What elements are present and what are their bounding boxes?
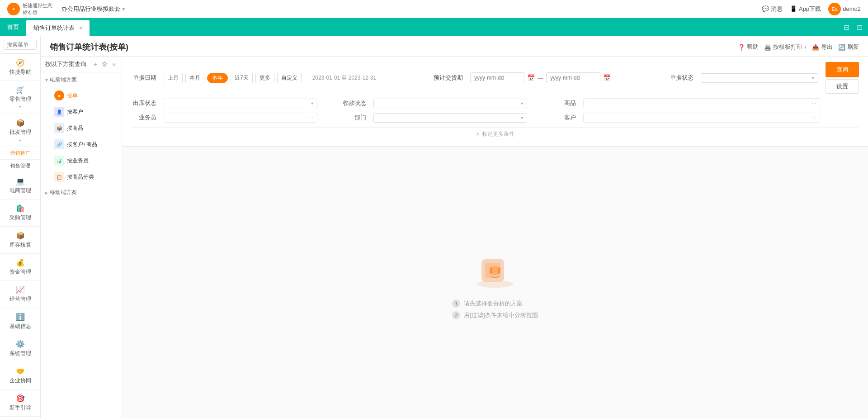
tab-close-icon[interactable]: × xyxy=(79,25,82,31)
tab-bar-right: ⊟ ⊡ xyxy=(842,21,868,33)
sidebar-item-business[interactable]: 📈 经营管理 xyxy=(0,281,40,308)
dept-chevron-icon: ▾ xyxy=(521,115,523,120)
collapse-bar[interactable]: ∧ 收起更多条件 xyxy=(131,127,859,141)
payment-select[interactable]: ▾ xyxy=(373,99,527,108)
tab-home[interactable]: 首页 xyxy=(0,18,26,36)
sidebar-item-retail[interactable]: 🛒 零售管理 ▾ xyxy=(0,81,40,114)
filter-row-1: 单据日期 上月 本月 本年 近7天 更多 自定义 2023-01-01 至 20… xyxy=(131,62,859,94)
expected-date-end-input[interactable] xyxy=(546,72,600,83)
by-customer-icon: 👤 xyxy=(54,107,64,117)
tab-sales-stat[interactable]: 销售订单统计表 × xyxy=(26,20,90,36)
logo-text: 畅捷通好生意 标准版 xyxy=(23,2,52,15)
svg-rect-6 xyxy=(498,267,500,274)
app-selector[interactable]: 办公用品行业模拟账套 ▾ xyxy=(61,5,125,13)
tree-group-mobile[interactable]: ▸ 移动端方案 xyxy=(41,185,122,200)
sidebar-item-ecommerce[interactable]: 💻 电商管理 xyxy=(0,172,40,200)
tree-item-by-salesman[interactable]: 📊 按业务员 xyxy=(50,152,122,169)
dept-select[interactable]: ▾ xyxy=(373,113,527,123)
empty-hint-2: 2 用[过滤]条件来缩小分析范围 xyxy=(452,311,538,319)
calendar-start-icon[interactable]: 📅 xyxy=(527,74,535,81)
settings-button[interactable]: 设置 xyxy=(826,79,859,94)
app-download-button[interactable]: 📱 App下载 xyxy=(790,5,821,13)
sidebar-item-system[interactable]: ⚙️ 系统管理 xyxy=(0,335,40,362)
date-btn-this-month[interactable]: 本月 xyxy=(185,73,204,83)
outbound-chevron-icon: ▾ xyxy=(311,101,313,106)
date-btn-more[interactable]: 更多 xyxy=(255,73,274,83)
date-range-text: 2023-01-01 至 2023-12-31 xyxy=(312,74,376,82)
svg-rect-5 xyxy=(490,267,492,274)
page-title: 销售订单统计表(按单) xyxy=(50,42,128,52)
date-label: 单据日期 xyxy=(131,74,156,82)
inventory-icon: 📦 xyxy=(16,231,25,240)
expected-date-start-input[interactable] xyxy=(470,72,524,83)
status-select[interactable]: ▾ xyxy=(701,73,818,83)
sidebar-item-sales[interactable]: 销售管理 xyxy=(0,160,40,172)
calendar-end-icon[interactable]: 📅 xyxy=(603,74,611,81)
sidebar-item-purchase[interactable]: 🛍️ 采购管理 xyxy=(0,200,40,227)
customer-more-icon: ··· xyxy=(812,115,816,120)
salesman-input[interactable]: ··· xyxy=(164,113,317,123)
main-layout: 🧭 快捷导航 🛒 零售管理 ▾ 📦 批发管理 ▴ 营销推广 销售管理 💻 电商管… xyxy=(0,36,868,418)
by-salesman-icon: 📊 xyxy=(54,156,64,166)
sidebar-item-inventory[interactable]: 📦 库存核算 xyxy=(0,227,40,254)
sidebar-item-quicknav[interactable]: 🧭 快捷导航 xyxy=(0,54,40,81)
content-area: 销售订单统计表(按单) ❓ 帮助 🖨️ 按模板打印 ▾ 📤 导出 🔄 刷新 xyxy=(41,36,868,418)
empty-hints: 1 请先选择要分析的方案 2 用[过滤]条件来缩小分析范围 xyxy=(452,299,538,319)
customer-input[interactable]: ··· xyxy=(583,113,820,123)
hint-num-2: 2 xyxy=(452,311,460,319)
avatar: Ea xyxy=(828,3,841,15)
sidebar-item-marketing[interactable]: 营销推广 xyxy=(0,147,40,160)
query-button[interactable]: 查询 xyxy=(826,62,859,77)
by-category-icon: 📋 xyxy=(54,172,64,182)
tree-item-by-category[interactable]: 📋 按商品分类 xyxy=(50,169,122,185)
print-template-button[interactable]: 🖨️ 按模板打印 ▾ xyxy=(764,43,807,51)
right-panel: 单据日期 上月 本月 本年 近7天 更多 自定义 2023-01-01 至 20… xyxy=(122,57,868,418)
left-panel-header-actions: + ⚙ « xyxy=(92,60,117,68)
collapse-panel-button[interactable]: « xyxy=(111,60,117,68)
collapse-text: ∧ 收起更多条件 xyxy=(476,130,514,138)
search-input[interactable] xyxy=(4,40,37,50)
tree-item-by-cust-prod[interactable]: 🔗 按客户+商品 xyxy=(50,136,122,152)
left-panel: 按以下方案查询 + ⚙ « ▾ 电脑端方案 ● 按单 xyxy=(41,57,122,418)
tab-minimize-button[interactable]: ⊟ xyxy=(842,21,851,33)
selector-chevron-icon: ▾ xyxy=(122,5,125,12)
export-button[interactable]: 📤 导出 xyxy=(812,43,833,51)
help-button[interactable]: ❓ 帮助 xyxy=(738,43,759,51)
goods-label: 商品 xyxy=(551,99,576,107)
tab-maximize-button[interactable]: ⊡ xyxy=(855,21,864,33)
outbound-select[interactable]: ▾ xyxy=(164,99,317,108)
sidebar-item-wholesale[interactable]: 📦 批发管理 ▴ xyxy=(0,114,40,147)
payment-chevron-icon: ▾ xyxy=(521,101,523,106)
ecommerce-icon: 💻 xyxy=(16,177,25,185)
purchase-icon: 🛍️ xyxy=(16,204,25,213)
refresh-button[interactable]: 🔄 刷新 xyxy=(838,43,859,51)
enterprise-icon: 🤝 xyxy=(16,367,25,375)
sidebar-item-enterprise[interactable]: 🤝 企业协同 xyxy=(0,362,40,390)
tree-group-desktop[interactable]: ▾ 电脑端方案 xyxy=(41,72,122,87)
date-btn-7days[interactable]: 近7天 xyxy=(231,73,253,83)
system-icon: ⚙️ xyxy=(16,340,25,348)
logo-area: 畅捷通好生意 标准版 xyxy=(7,2,52,15)
tree-item-by-order[interactable]: ● 按单 xyxy=(50,87,122,104)
sidebar-item-finance[interactable]: 💰 资金管理 xyxy=(0,254,40,281)
payment-label: 收款状态 xyxy=(341,99,366,107)
logo-icon xyxy=(7,3,20,15)
user-area[interactable]: Ea demo2 xyxy=(828,3,861,15)
basic-icon: ℹ️ xyxy=(16,313,25,321)
goods-input[interactable]: ··· xyxy=(583,98,820,108)
date-btn-this-year[interactable]: 本年 xyxy=(207,73,228,83)
filter-area: 单据日期 上月 本月 本年 近7天 更多 自定义 2023-01-01 至 20… xyxy=(122,57,868,147)
sidebar-item-newbie[interactable]: 🎯 新手引导 xyxy=(0,390,40,417)
date-btn-custom[interactable]: 自定义 xyxy=(277,73,302,83)
date-btn-last-month[interactable]: 上月 xyxy=(164,73,183,83)
scheme-settings-button[interactable]: ⚙ xyxy=(100,60,109,68)
add-scheme-button[interactable]: + xyxy=(92,60,99,68)
customer-label: 客户 xyxy=(551,114,576,122)
tree-item-by-customer[interactable]: 👤 按客户 xyxy=(50,104,122,120)
tree-item-by-product[interactable]: 📦 按商品 xyxy=(50,120,122,136)
message-button[interactable]: 💬 消息 xyxy=(762,5,783,13)
tree-desktop-items: ● 按单 👤 按客户 📦 按商品 🔗 按客户+商品 xyxy=(41,87,122,185)
outbound-label: 出库状态 xyxy=(131,99,156,107)
sidebar-item-basic[interactable]: ℹ️ 基础信息 xyxy=(0,308,40,335)
tab-bar: 首页 销售订单统计表 × ⊟ ⊡ xyxy=(0,18,868,36)
